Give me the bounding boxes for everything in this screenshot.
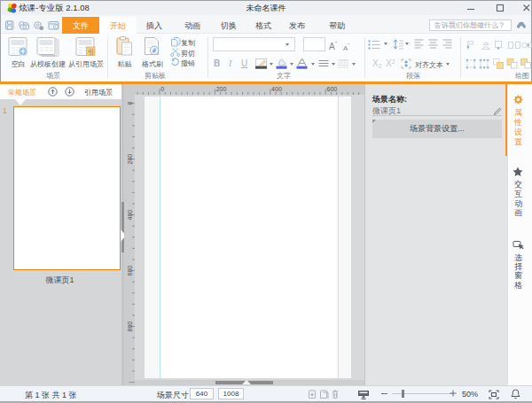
svg-text:400: 400: [271, 86, 282, 92]
svg-text:400: 400: [127, 210, 133, 221]
svg-text:引: 引: [88, 48, 95, 56]
svg-text:800: 800: [127, 322, 133, 332]
svg-text:200: 200: [216, 86, 227, 92]
svg-text:0: 0: [127, 102, 133, 105]
svg-text:600: 600: [327, 86, 338, 92]
svg-text:200: 200: [127, 154, 133, 165]
svg-text:600: 600: [127, 266, 133, 276]
svg-text:0: 0: [160, 86, 164, 92]
